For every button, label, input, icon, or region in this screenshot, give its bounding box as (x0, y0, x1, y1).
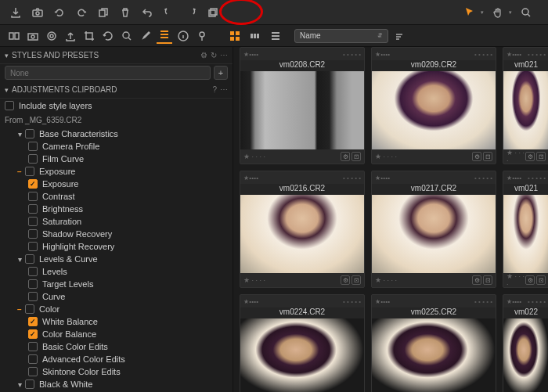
tree-checkbox[interactable] (25, 379, 34, 389)
more-icon[interactable]: ⋯ (220, 85, 228, 94)
tree-row[interactable]: Advanced Color Edits (0, 353, 233, 365)
tree-row[interactable]: Contrast (0, 190, 233, 203)
tree-row[interactable]: Skintone Color Edits (0, 365, 233, 378)
undo2-icon[interactable] (160, 3, 178, 22)
adjust-icon[interactable] (44, 28, 59, 44)
rating-control[interactable]: ★ · · · · (507, 272, 525, 288)
sort-direction-icon[interactable] (391, 28, 407, 44)
gear-icon[interactable]: ⚙ (341, 152, 350, 161)
tree-checkbox[interactable] (28, 342, 38, 351)
thumbnail-image[interactable] (372, 71, 496, 149)
variants-icon[interactable] (204, 3, 222, 22)
tree-row[interactable]: Saturation (0, 215, 233, 228)
tree-checkbox[interactable] (28, 154, 38, 164)
expand-icon[interactable]: ⊡ (352, 152, 361, 161)
thumbnail-image[interactable] (240, 71, 364, 149)
tree-toggle-icon[interactable]: ▾ (14, 380, 25, 389)
thumbnail-image[interactable] (372, 195, 496, 273)
thumbnail[interactable]: ★ • • • •• • • • •vm0225.CR2 (371, 294, 496, 392)
gear-icon[interactable]: ⚙ (341, 275, 350, 285)
thumbnail[interactable]: ★ • • • •• • • • •vm0217.CR2★ · · · ·⚙⊡ (371, 171, 496, 288)
tree-row[interactable]: Exposure (0, 178, 233, 190)
loupe-icon[interactable] (119, 28, 135, 44)
brush-icon[interactable] (138, 28, 153, 44)
thumbnail[interactable]: ★ • • • •• • • • •vm0208.CR2★ · · · ·⚙⊡ (240, 47, 365, 164)
crop-icon[interactable] (81, 28, 97, 44)
add-preset-button[interactable]: + (214, 66, 228, 80)
hand-cursor-icon[interactable] (489, 3, 507, 22)
clipboard-panel-header[interactable]: ▾ ADJUSTMENTS CLIPBOARD ? ⋯ (0, 81, 233, 99)
tree-checkbox[interactable] (28, 229, 38, 239)
tree-toggle-icon[interactable]: − (14, 167, 25, 176)
zoom-cursor-icon[interactable] (517, 3, 535, 22)
rotate-icon[interactable] (100, 28, 116, 44)
tree-checkbox[interactable] (28, 279, 38, 289)
library-icon[interactable] (6, 28, 22, 44)
tree-row[interactable]: ▾Black & White (0, 378, 233, 390)
tree-toggle-icon[interactable]: ▾ (14, 130, 25, 138)
grid-view-icon[interactable] (227, 28, 243, 44)
gear-icon[interactable]: ⚙ (200, 51, 207, 59)
rotate-cw-icon[interactable] (72, 3, 91, 22)
tree-row[interactable]: −Color (0, 303, 233, 315)
thumbnail-image[interactable] (503, 318, 548, 392)
thumbnail-image[interactable] (372, 318, 496, 392)
tree-row[interactable]: Basic Color Edits (0, 340, 233, 353)
thumbnail[interactable]: ★ • • • •• • • • •vm022 (503, 294, 548, 392)
sort-select[interactable]: Name ⇵ (294, 29, 388, 43)
tree-toggle-icon[interactable]: ▾ (14, 255, 25, 264)
include-styles-checkbox[interactable] (5, 101, 14, 110)
tree-checkbox[interactable] (25, 129, 34, 138)
help-icon[interactable]: ? (212, 85, 217, 94)
sync-icon[interactable]: ↻ (211, 51, 217, 59)
copy-adj-icon[interactable] (94, 3, 113, 22)
more-icon[interactable]: ⋯ (220, 51, 228, 59)
thumbnail[interactable]: ★ • • • •• • • • •vm0209.CR2★ · · · ·⚙⊡ (371, 47, 496, 164)
export-icon[interactable] (63, 28, 78, 44)
list-icon[interactable] (157, 28, 172, 44)
styles-panel-header[interactable]: ▾ STYLES AND PRESETS ⚙ ↻ ⋯ (0, 47, 233, 64)
rating-control[interactable]: ★ · · · · (243, 153, 265, 160)
tree-row[interactable]: Camera Profile (0, 140, 233, 153)
tree-row[interactable]: Film Curve (0, 153, 233, 165)
preset-select[interactable]: None (5, 66, 211, 80)
tree-row[interactable]: ▾Base Characteristics (0, 128, 233, 140)
tree-checkbox[interactable] (28, 192, 38, 201)
expand-icon[interactable]: ⊡ (352, 275, 361, 285)
tree-checkbox[interactable] (28, 367, 38, 376)
thumbnail-image[interactable] (240, 318, 364, 392)
tree-row[interactable]: Color Balance (0, 328, 233, 340)
camera2-icon[interactable] (25, 28, 41, 44)
tree-checkbox[interactable] (28, 267, 38, 276)
tree-checkbox[interactable] (25, 254, 34, 264)
tree-toggle-icon[interactable]: − (14, 305, 25, 314)
rating-control[interactable]: ★ · · · · (507, 149, 525, 164)
tree-row[interactable]: Levels (0, 265, 233, 278)
expand-icon[interactable]: ⊡ (536, 275, 546, 285)
tree-row[interactable]: −Exposure (0, 165, 233, 178)
tree-checkbox[interactable] (28, 217, 38, 226)
tree-row[interactable]: Shadow Recovery (0, 228, 233, 240)
expand-icon[interactable]: ⊡ (483, 152, 492, 161)
tree-checkbox[interactable] (25, 167, 34, 176)
rating-control[interactable]: ★ · · · · (243, 276, 265, 284)
tree-row[interactable]: Brightness (0, 203, 233, 215)
tree-checkbox[interactable] (28, 329, 38, 339)
tree-row[interactable]: Highlight Recovery (0, 240, 233, 253)
tree-checkbox[interactable] (28, 142, 38, 151)
rating-control[interactable]: ★ · · · · (375, 153, 397, 160)
tree-row[interactable]: ▾Levels & Curve (0, 253, 233, 265)
gear-icon[interactable]: ⚙ (472, 275, 481, 285)
filmstrip-view-icon[interactable] (247, 28, 263, 44)
redo-icon[interactable] (182, 3, 200, 22)
tree-row[interactable]: Curve (0, 290, 233, 303)
capture-icon[interactable] (28, 3, 47, 22)
expand-icon[interactable]: ⊡ (483, 275, 492, 285)
rating-control[interactable]: ★ · · · · (375, 276, 397, 284)
tree-checkbox[interactable] (28, 354, 38, 364)
gear-icon[interactable]: ⚙ (525, 275, 535, 285)
import-icon[interactable] (6, 3, 25, 22)
tree-checkbox[interactable] (28, 292, 38, 301)
expand-icon[interactable]: ⊡ (536, 152, 546, 161)
gear-icon[interactable]: ⚙ (472, 152, 481, 161)
